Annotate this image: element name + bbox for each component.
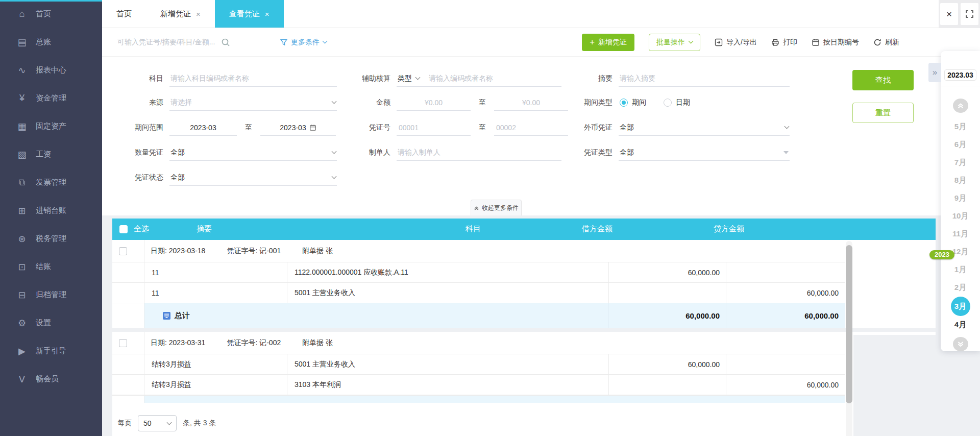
tab-label: 查看凭证 (229, 9, 260, 19)
voucher-status-select[interactable]: 全部 (169, 169, 337, 186)
sidebar-item-guide[interactable]: ▶新手引导 (0, 337, 102, 365)
calendar-scroll-up-button[interactable] (953, 99, 968, 113)
month-item[interactable]: 8月 (954, 172, 966, 189)
sidebar-item-invoice[interactable]: ⧉发票管理 (0, 168, 102, 197)
sidebar-item-member[interactable]: Ⅴ畅会员 (0, 365, 102, 393)
sidebar-item-closing[interactable]: ⊡结账 (0, 253, 102, 281)
table-row[interactable]: 结转3月损益 5001 主营业务收入 60,000.00 (112, 354, 845, 375)
page-size-select[interactable]: 50 (138, 415, 177, 431)
calendar-icon (812, 38, 820, 46)
close-icon[interactable]: × (265, 10, 270, 18)
row-debit: 60,000.00 (608, 354, 726, 374)
tab-home[interactable]: 首页 (102, 0, 146, 28)
tax-icon: ⊛ (16, 233, 28, 245)
month-item[interactable]: 12月 (952, 243, 969, 261)
table-row[interactable]: 11 5001 主营业务收入 60,000.00 (112, 283, 845, 303)
refresh-button[interactable]: 刷新 (873, 38, 899, 47)
month-item[interactable]: 1月 (954, 261, 966, 279)
filter-icon (280, 39, 287, 46)
foreign-currency-select[interactable]: 全部 (619, 119, 790, 136)
close-window-button[interactable]: × (940, 3, 958, 25)
range-separator: 至 (245, 123, 252, 132)
voucher-no-from-input[interactable]: 00001 (397, 119, 471, 136)
current-period-chip[interactable]: 2023.03 (944, 69, 976, 81)
subject-input[interactable]: 请输入科目编码或者名称 (169, 70, 337, 87)
row-checkbox[interactable] (119, 247, 127, 255)
sidebar-item-report-center[interactable]: ∿报表中心 (0, 56, 102, 84)
radio-period[interactable] (620, 99, 628, 107)
chevron-down-icon (689, 39, 694, 44)
tab-new-voucher[interactable]: 新增凭证× (146, 0, 215, 28)
period-from-input[interactable]: 2023-03 (169, 119, 237, 136)
month-item[interactable]: 2月 (954, 279, 966, 297)
range-separator: 至 (479, 98, 486, 107)
source-select[interactable]: 请选择 (169, 94, 337, 111)
add-voucher-button[interactable]: + 新增凭证 (582, 34, 634, 51)
sidebar-item-general-ledger[interactable]: ▤总账 (0, 28, 102, 56)
period-type-label: 期间类型 (577, 98, 612, 107)
batch-actions-button[interactable]: 批量操作 (649, 34, 700, 51)
voucher-attachment: 附单据 张 (302, 247, 333, 256)
select-all-checkbox[interactable] (119, 225, 128, 233)
month-item[interactable]: 6月 (954, 136, 966, 154)
sidebar-item-fixed-assets[interactable]: ▦固定资产 (0, 112, 102, 140)
month-item-active[interactable]: 3月 (951, 297, 970, 316)
aux-type-select[interactable]: 类型 (398, 74, 412, 83)
calendar-current-period: 2023.03 (941, 51, 980, 86)
calendar-icon (309, 124, 316, 131)
print-button[interactable]: 打印 (771, 38, 797, 47)
table-row[interactable]: 11 1122.000001.000001 应收账款.A.11 60,000.0… (112, 262, 845, 283)
month-item[interactable]: 10月 (952, 207, 969, 225)
row-debit: 60,000.00 (608, 262, 726, 282)
sidebar-item-settings[interactable]: ⚙设置 (0, 309, 102, 337)
period-to-input[interactable]: 2023-03 (260, 119, 336, 136)
sidebar-item-archive[interactable]: ⊟归档管理 (0, 281, 102, 309)
select-all-label: 全选 (134, 224, 149, 234)
caret-down-icon (783, 151, 789, 154)
preparer-input[interactable]: 请输入制单人 (397, 144, 561, 161)
month-item[interactable]: 11月 (952, 225, 968, 243)
more-filters-button[interactable]: 更多条件 (280, 38, 327, 47)
sidebar-item-home[interactable]: ⌂首页 (0, 0, 102, 28)
fullscreen-button[interactable] (961, 3, 978, 25)
aux-input[interactable]: 类型 请输入编码或者名称 (397, 70, 561, 87)
year-badge: 2023 (929, 250, 954, 259)
month-item[interactable]: 7月 (954, 154, 966, 172)
number-by-date-button[interactable]: 按日期编号 (812, 38, 859, 47)
qty-voucher-select[interactable]: 全部 (169, 144, 337, 161)
radio-date[interactable] (664, 99, 672, 107)
amount-from-input[interactable]: ¥0.00 (397, 94, 471, 111)
voucher-no-to-input[interactable]: 00002 (494, 119, 568, 136)
filter-period-range: 期间范围 2023-03 至 2023-03 (117, 119, 337, 136)
calendar-scroll-down-button[interactable] (953, 337, 968, 351)
amount-to-input[interactable]: ¥0.00 (494, 94, 568, 111)
sidebar-item-payroll[interactable]: ▧工资 (0, 140, 102, 168)
month-item[interactable]: 9月 (954, 189, 966, 207)
sidebar-item-tax[interactable]: ⊛税务管理 (0, 225, 102, 253)
sidebar-item-inventory-ledger[interactable]: ⊞进销台账 (0, 197, 102, 225)
sidebar-item-funds[interactable]: ¥资金管理 (0, 84, 102, 112)
reset-button[interactable]: 重置 (852, 103, 914, 123)
month-item[interactable]: 5月 (954, 118, 966, 136)
filter-period-type: 期间类型 期间 日期 (577, 94, 790, 111)
subject-placeholder: 请输入科目编码或者名称 (170, 74, 249, 83)
month-item[interactable]: 4月 (954, 316, 966, 334)
scrollbar-thumb[interactable] (846, 245, 852, 403)
sidebar-accent-line (0, 0, 102, 2)
voucher-type-select[interactable]: 全部 (619, 144, 790, 161)
row-checkbox[interactable] (119, 339, 127, 347)
calendar-collapse-handle[interactable]: » (928, 63, 941, 82)
tab-view-voucher[interactable]: 查看凭证× (215, 0, 284, 28)
filter-amount: 金额 ¥0.00 至 ¥0.00 (355, 94, 561, 111)
collapse-filters-button[interactable]: 收起更多条件 (471, 200, 522, 215)
toolbar-actions: + 新增凭证 批量操作 导入/导出 打印 按日期编号 刷新 (582, 34, 899, 51)
row-account: 5001 主营业务收入 (287, 354, 608, 374)
search-icon[interactable] (221, 38, 230, 47)
search-button[interactable]: 查找 (852, 70, 914, 90)
voucher-search-input[interactable]: 可输入凭证号/摘要/科目/金额... (117, 38, 268, 47)
table-row[interactable]: 结转3月损益 3103 本年利润 60,000.00 (112, 375, 845, 395)
import-export-button[interactable]: 导入/导出 (715, 38, 757, 47)
sidebar-item-unpin[interactable]: ⊘取消固定 (0, 427, 102, 436)
close-icon[interactable]: × (196, 10, 201, 18)
summary-input[interactable]: 请输入摘要 (619, 70, 790, 87)
